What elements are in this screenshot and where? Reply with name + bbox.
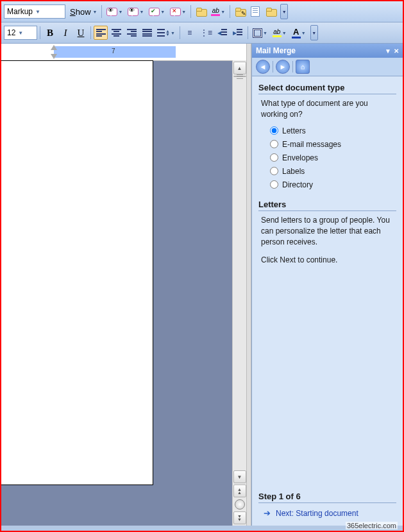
chevron-down-icon: ▼ — [301, 31, 306, 35]
align-left-icon — [96, 29, 106, 37]
increase-indent-button[interactable] — [231, 26, 245, 40]
borders-icon — [253, 28, 262, 38]
separator — [101, 5, 102, 18]
taskpane-titlebar: Mail Merge ▼ ✕ — [252, 44, 403, 58]
balloon-prev-icon — [106, 8, 117, 16]
pane-splitter[interactable] — [246, 44, 251, 526]
balloon-reject-icon — [170, 8, 181, 16]
radio-envelopes-input[interactable] — [270, 153, 278, 162]
taskpane-title: Mail Merge — [256, 46, 296, 55]
underline-button[interactable]: U — [74, 26, 88, 40]
highlight-color-button[interactable]: ab ▼ — [271, 26, 289, 40]
taskpane-menu-icon[interactable]: ▼ — [385, 47, 391, 55]
step-indicator: Step 1 of 6 — [258, 492, 396, 503]
reviewing-pane-button[interactable] — [248, 4, 262, 19]
numbered-list-button[interactable]: ≡ — [183, 26, 197, 40]
accept-change-button[interactable]: ▼ — [147, 4, 167, 19]
nav-home-button[interactable]: ⌂ — [296, 60, 310, 74]
radio-email-label: E-mail messages — [282, 140, 341, 149]
bold-button[interactable]: B — [43, 26, 57, 40]
radio-directory[interactable]: Directory — [270, 180, 396, 189]
taskpane-close-icon[interactable]: ✕ — [394, 47, 399, 55]
next-step-label: Next: Starting document — [276, 509, 358, 518]
watermark-text: 365electric.com — [346, 522, 398, 529]
next-page-button[interactable]: ▼▼ — [233, 511, 246, 524]
nav-forward-button[interactable]: ► — [276, 60, 290, 74]
doc-type-radio-group: Letters E-mail messages Envelopes Labels — [270, 126, 396, 189]
scroll-down-button[interactable]: ▼ — [233, 470, 246, 483]
bulleted-list-button[interactable]: ⋮≡ — [198, 26, 214, 40]
protect-document-button[interactable] — [264, 4, 278, 19]
radio-labels[interactable]: Labels — [270, 167, 396, 176]
previous-page-button[interactable]: ▲▲ — [233, 485, 246, 497]
radio-directory-label: Directory — [282, 180, 313, 189]
nav-back-button[interactable]: ◄ — [256, 60, 270, 74]
show-menu[interactable]: Show ▼ — [67, 4, 99, 19]
letters-next-hint: Click Next to continue. — [261, 255, 394, 266]
chevron-down-icon: ▼ — [282, 31, 287, 35]
increase-indent-icon — [233, 29, 242, 37]
markup-combo[interactable]: Markup ▼ — [4, 4, 65, 19]
formatting-toolbar: 12 ▼ B I U ▲▼ ▼ ≡ ⋮≡ ▼ ab ▼ A — [1, 22, 403, 44]
doc-type-question: What type of document are you working on… — [261, 98, 394, 120]
radio-email[interactable]: E-mail messages — [270, 140, 396, 149]
track-changes-button[interactable]: ✎ — [233, 4, 247, 19]
align-right-button[interactable] — [124, 26, 139, 40]
radio-letters[interactable]: Letters — [270, 126, 396, 135]
font-color-button[interactable]: A ▼ — [290, 26, 308, 40]
numbered-list-icon: ≡ — [187, 28, 192, 37]
folder-icon — [196, 8, 206, 15]
page-viewport — [1, 60, 230, 526]
radio-envelopes[interactable]: Envelopes — [270, 153, 396, 162]
fontsize-value: 12 — [7, 28, 15, 37]
taskpane-nav: ◄ ► ⌂ — [252, 58, 403, 76]
decrease-indent-icon — [218, 29, 227, 37]
line-spacing-button[interactable]: ▲▼ ▼ — [155, 26, 177, 40]
align-center-button[interactable] — [109, 26, 123, 40]
radio-labels-label: Labels — [282, 167, 305, 176]
radio-labels-input[interactable] — [270, 167, 278, 175]
reject-change-button[interactable]: ▼ — [168, 4, 188, 19]
indent-marker-bottom-icon[interactable] — [51, 54, 57, 59]
ruler-bar: 7 — [1, 44, 246, 61]
chevron-down-icon: ▼ — [221, 10, 225, 14]
separator — [248, 26, 248, 39]
decrease-indent-button[interactable] — [215, 26, 230, 40]
align-left-button[interactable] — [94, 26, 108, 40]
scroll-up-button[interactable]: ▲ — [233, 62, 246, 74]
prev-change-button[interactable]: ▼ — [105, 4, 124, 19]
radio-letters-input[interactable] — [270, 126, 278, 135]
toolbar-options-grip[interactable]: ▼ — [310, 25, 318, 40]
split-doc-icon — [251, 6, 260, 17]
italic-button[interactable]: I — [58, 26, 72, 40]
chevron-down-icon: ▼ — [18, 30, 23, 36]
select-browse-object-button[interactable] — [235, 499, 245, 510]
separator — [180, 26, 180, 39]
radio-letters-label: Letters — [282, 126, 306, 135]
next-step-link[interactable]: ➔ Next: Starting document — [264, 508, 396, 518]
document-page[interactable] — [1, 60, 153, 485]
scroll-thumb[interactable] — [233, 76, 246, 77]
radio-envelopes-label: Envelopes — [282, 153, 318, 162]
radio-email-input[interactable] — [270, 140, 278, 148]
next-change-button[interactable]: ▼ — [126, 4, 146, 19]
separator — [40, 26, 40, 39]
horizontal-ruler[interactable]: 7 — [22, 46, 176, 58]
align-justify-button[interactable] — [140, 26, 154, 40]
highlight-button[interactable]: ab ▼ — [209, 4, 227, 19]
taskpane-body: Select document type What type of docume… — [252, 76, 403, 486]
review-toolbar: Markup ▼ Show ▼ ▼ ▼ ▼ ▼ ab ▼ ✎ ▼ — [1, 1, 403, 22]
radio-directory-input[interactable] — [270, 180, 278, 189]
section-select-doc-type-heading: Select document type — [258, 83, 396, 94]
highlight-icon: ab — [211, 7, 220, 16]
font-color-icon: A — [292, 27, 301, 39]
align-right-icon — [127, 29, 137, 37]
fontsize-combo[interactable]: 12 ▼ — [4, 26, 37, 40]
balloon-accept-icon — [149, 8, 160, 16]
toolbar-options-grip[interactable]: ▼ — [280, 4, 288, 19]
indent-marker-top-icon[interactable] — [51, 45, 57, 50]
mail-merge-taskpane: Mail Merge ▼ ✕ ◄ ► ⌂ Select document typ… — [251, 44, 403, 526]
vertical-scrollbar[interactable]: ▲ ▼ ▲▲ ▼▼ — [232, 60, 246, 526]
borders-button[interactable]: ▼ — [251, 26, 269, 40]
insert-comment-button[interactable] — [194, 4, 208, 19]
